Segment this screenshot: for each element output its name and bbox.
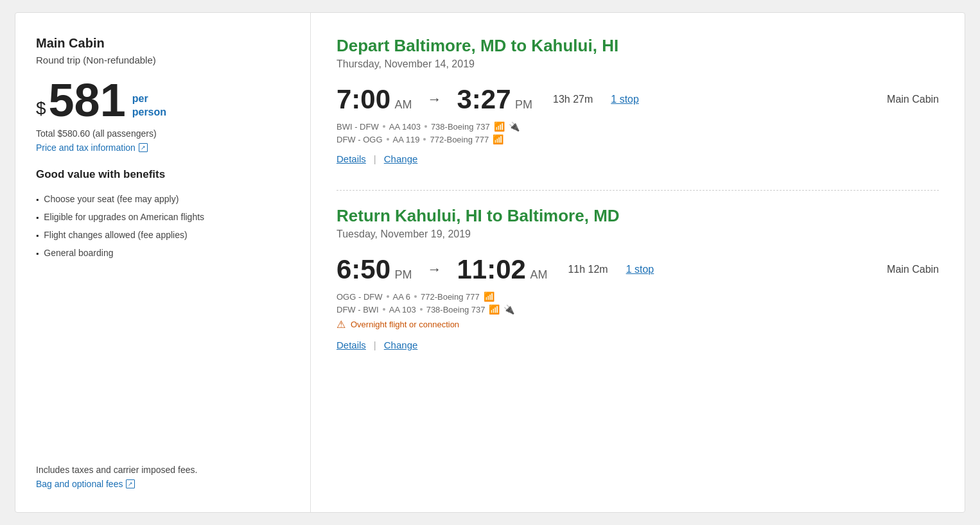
price-tax-link[interactable]: Price and tax information [36,142,290,153]
benefits-list: Choose your seat (fee may apply) Eligibl… [36,190,290,262]
dot-icon [383,125,385,128]
depart-cabin-label: Main Cabin [887,94,939,105]
depart-stops-link[interactable]: 1 stop [611,94,639,105]
depart-segments: BWI - DFW AA 1403 738-Boeing 737 📶 🔌 DFW… [337,121,939,144]
depart-section: Depart Baltimore, MD to Kahului, HI Thur… [337,36,939,168]
bag-fees-link[interactable]: Bag and optional fees [36,479,290,489]
benefit-item: General boarding [36,244,290,262]
trip-type-label: Round trip (Non-refundable) [36,55,290,65]
return-change-link[interactable]: Change [384,340,418,350]
separator: | [374,153,376,164]
warning-triangle-icon: ⚠ [337,318,346,331]
wifi-icon: 📶 [494,121,505,132]
return-actions: Details | Change [337,340,939,350]
cabin-type-label: Main Cabin [36,36,290,51]
return-details-link[interactable]: Details [337,340,366,350]
segment-row: BWI - DFW AA 1403 738-Boeing 737 📶 🔌 [337,121,939,132]
arrow-icon: → [428,91,442,108]
return-time-row: 6:50 PM → 11:02 AM 11h 12m 1 stop Main C… [337,254,939,285]
depart-time: 7:00 AM [337,84,412,115]
wifi-icon: 📶 [493,134,503,144]
arrow-icon: → [428,261,442,278]
segment-row: DFW - BWI AA 103 738-Boeing 737 📶 🔌 [337,304,939,314]
left-panel: Main Cabin Round trip (Non-refundable) $… [15,13,311,512]
depart-title: Depart Baltimore, MD to Kahului, HI [337,36,939,56]
dot-icon [383,308,385,311]
external-link-icon [139,143,148,152]
segment-row: OGG - DFW AA 6 772-Boeing 777 📶 [337,291,939,302]
dot-icon [420,308,423,311]
return-segments: OGG - DFW AA 6 772-Boeing 777 📶 DFW - BW… [337,291,939,331]
depart-duration: 13h 27m [553,94,593,105]
depart-date: Thursday, November 14, 2019 [337,58,939,70]
return-title: Return Kahului, HI to Baltimore, MD [337,206,939,226]
overnight-warning-text: Overnight flight or connection [351,320,459,329]
benefit-item: Eligible for upgrades on American flight… [36,208,290,226]
return-stops-link[interactable]: 1 stop [626,264,654,275]
return-depart-time: 6:50 PM [337,254,412,285]
price-amount: 581 [49,77,126,123]
separator: | [374,340,376,350]
external-link-icon-bag [126,479,135,488]
depart-time-row: 7:00 AM → 3:27 PM 13h 27m 1 stop Main Ca… [337,84,939,115]
outlet-icon: 🔌 [503,304,514,314]
wifi-icon: 📶 [484,291,494,302]
flight-summary-card: Main Cabin Round trip (Non-refundable) $… [15,12,965,513]
overnight-warning: ⚠ Overnight flight or connection [337,318,939,331]
return-date: Tuesday, November 19, 2019 [337,228,939,240]
benefit-item: Flight changes allowed (fee applies) [36,226,290,244]
dot-icon [424,125,427,128]
outlet-icon: 🔌 [509,121,520,132]
section-divider [337,190,939,191]
right-panel: Depart Baltimore, MD to Kahului, HI Thur… [311,13,965,512]
arrive-time: 3:27 PM [457,84,533,115]
dollar-sign: $ [36,94,46,123]
wifi-icon: 📶 [489,304,500,314]
return-cabin-label: Main Cabin [887,264,939,275]
segment-row: DFW - OGG AA 119 772-Boeing 777 📶 [337,134,939,144]
depart-details-link[interactable]: Details [337,153,366,164]
dot-icon [387,138,389,141]
benefit-item: Choose your seat (fee may apply) [36,190,290,208]
depart-actions: Details | Change [337,153,939,164]
depart-change-link[interactable]: Change [384,153,418,164]
dot-icon [414,295,417,298]
benefits-title: Good value with benefits [36,168,290,181]
price-row: $ 581 perperson [36,77,290,123]
return-section: Return Kahului, HI to Baltimore, MD Tues… [337,206,939,354]
includes-text: Includes taxes and carrier imposed fees. [36,465,290,475]
dot-icon [387,295,389,298]
return-duration: 11h 12m [568,264,608,275]
return-arrive-time: 11:02 AM [457,254,548,285]
per-person-label: perperson [132,92,166,119]
dot-icon [423,138,426,141]
total-price-label: Total $580.60 (all passengers) [36,128,290,139]
